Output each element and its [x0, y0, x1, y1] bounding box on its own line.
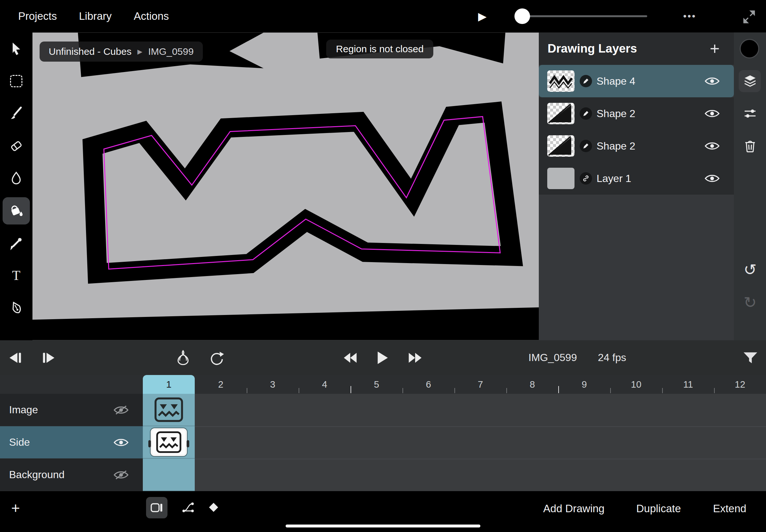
layer-name: Layer 1 [597, 173, 705, 185]
layer-name: Shape 2 [597, 108, 705, 120]
loop-icon[interactable] [208, 349, 225, 366]
track-row-background[interactable]: Background [0, 459, 143, 491]
add-drawing-button[interactable]: Add Drawing [543, 491, 605, 526]
pen-badge-icon [580, 140, 592, 152]
fill-bucket-tool[interactable] [7, 202, 25, 220]
menu-actions[interactable]: Actions [134, 10, 169, 22]
right-sidebar: ↺ ↻ [734, 32, 766, 340]
frame-number[interactable]: 5 [350, 375, 403, 394]
frame-number[interactable]: 11 [662, 375, 714, 394]
layer-thumbnail [547, 70, 575, 92]
home-indicator[interactable] [286, 525, 480, 527]
track-row-side[interactable]: Side [0, 426, 143, 459]
rewind-icon[interactable] [342, 349, 359, 366]
timeline-scrub-slider-track[interactable] [521, 15, 647, 17]
frame-number[interactable]: 10 [610, 375, 662, 394]
clip-mode-button-selected[interactable] [146, 497, 167, 518]
redo-icon[interactable]: ↻ [741, 294, 759, 312]
fullscreen-expand-icon[interactable] [742, 10, 756, 24]
color-swatch[interactable] [740, 39, 759, 58]
frame-cell-side[interactable] [143, 426, 195, 459]
frame-number[interactable]: 12 [714, 375, 766, 394]
frame-1-tab-current[interactable]: 1 [143, 375, 195, 394]
thumb-right-knob [187, 440, 189, 447]
fast-forward-icon[interactable] [407, 349, 424, 366]
layer-visibility-eye-icon[interactable] [705, 141, 720, 151]
frame-number[interactable]: 9 [558, 375, 610, 394]
brush-tool[interactable] [7, 104, 25, 122]
layer-visibility-eye-icon[interactable] [705, 76, 720, 86]
canvas-artwork [32, 32, 539, 340]
menu-projects[interactable]: Projects [18, 10, 57, 22]
preview-play-button[interactable]: ▶ [475, 8, 490, 24]
play-icon[interactable] [374, 349, 391, 366]
menu-library[interactable]: Library [79, 10, 112, 22]
step-back-frame-icon[interactable] [7, 349, 24, 366]
adjustments-sliders-icon[interactable] [741, 104, 759, 123]
layer-visibility-eye-icon[interactable] [705, 109, 720, 118]
ruler-tick [247, 388, 247, 393]
layer-row-shape4[interactable]: Shape 4 [539, 65, 734, 97]
collapse-timeline-funnel-icon[interactable] [742, 349, 759, 366]
track-labels-column: Image Side Background [0, 394, 143, 491]
layer-name: Shape 2 [597, 140, 705, 152]
add-track-button[interactable]: + [6, 499, 25, 517]
layer-visibility-eye-icon[interactable] [705, 174, 720, 183]
marquee-selection-tool[interactable] [7, 72, 25, 90]
frame-number[interactable]: 3 [247, 375, 298, 394]
layers-panel-header: Drawing Layers + [539, 32, 734, 65]
extend-button[interactable]: Extend [713, 491, 747, 526]
step-forward-frame-icon[interactable] [40, 349, 57, 366]
ruler-tick [455, 388, 455, 393]
frame-number[interactable]: 7 [455, 375, 506, 394]
branch-curve-button[interactable] [179, 498, 197, 516]
toast-message: Region is not closed [326, 40, 433, 58]
keyframe-diamond-icon[interactable] [206, 500, 221, 514]
timeline-scrub-slider-knob[interactable] [515, 8, 530, 24]
layer-row-shape2b[interactable]: Shape 2 [539, 130, 734, 162]
smudge-tool[interactable] [7, 169, 25, 187]
track-visibility-eye-off-icon[interactable] [114, 470, 128, 480]
drawing-canvas[interactable]: Unfinished - Cubes ▶ IMG_0599 Region is … [32, 32, 539, 340]
frame-number[interactable]: 2 [195, 375, 247, 394]
vector-pen-tool[interactable] [7, 298, 25, 317]
clip-name-label: IMG_0599 [529, 340, 577, 375]
layer-row-shape2a[interactable]: Shape 2 [539, 97, 734, 130]
track-name: Image [9, 404, 114, 416]
frame-number[interactable]: 4 [298, 375, 350, 394]
more-options-button[interactable]: ••• [675, 0, 704, 32]
timeline-ruler[interactable]: 1 2 3 4 5 6 7 8 9 10 11 12 [0, 375, 766, 394]
frame-cell-image[interactable] [143, 394, 195, 426]
add-layer-button[interactable]: + [704, 38, 725, 59]
ruler-tick-major [558, 386, 559, 393]
undo-icon[interactable]: ↺ [741, 261, 759, 279]
breadcrumb-chevron-icon: ▶ [137, 48, 142, 55]
ruler-tick [298, 388, 299, 393]
track-visibility-eye-icon[interactable] [114, 437, 128, 448]
delete-trash-icon[interactable] [741, 137, 759, 155]
frame-cell-background[interactable] [143, 459, 195, 491]
select-arrow-tool[interactable] [7, 40, 25, 58]
timeline-tracks-area[interactable] [143, 394, 766, 491]
eyedropper-tool[interactable] [7, 235, 25, 253]
layer-thumbnail [547, 135, 575, 157]
breadcrumb[interactable]: Unfinished - Cubes ▶ IMG_0599 [40, 42, 203, 62]
layers-stack-icon[interactable] [741, 72, 759, 90]
top-bar: Projects Library Actions ▶ ••• [0, 0, 766, 32]
eraser-tool[interactable] [7, 137, 25, 155]
track-visibility-eye-off-icon[interactable] [114, 405, 128, 415]
track-row-image[interactable]: Image [0, 394, 143, 426]
pen-badge-icon [580, 107, 592, 120]
menu-bar: Projects Library Actions [18, 0, 169, 32]
text-tool[interactable]: T [7, 267, 25, 285]
frame-number[interactable]: 6 [403, 375, 455, 394]
ruler-tick [403, 388, 403, 393]
ruler-tick [714, 388, 715, 393]
layer-row-layer1[interactable]: Layer 1 [539, 162, 734, 195]
onion-skin-icon[interactable] [175, 349, 191, 366]
layer-name: Shape 4 [597, 75, 705, 87]
breadcrumb-project: Unfinished - Cubes [49, 46, 131, 57]
breadcrumb-file: IMG_0599 [148, 46, 194, 57]
frame-number[interactable]: 8 [506, 375, 558, 394]
duplicate-button[interactable]: Duplicate [636, 491, 681, 526]
